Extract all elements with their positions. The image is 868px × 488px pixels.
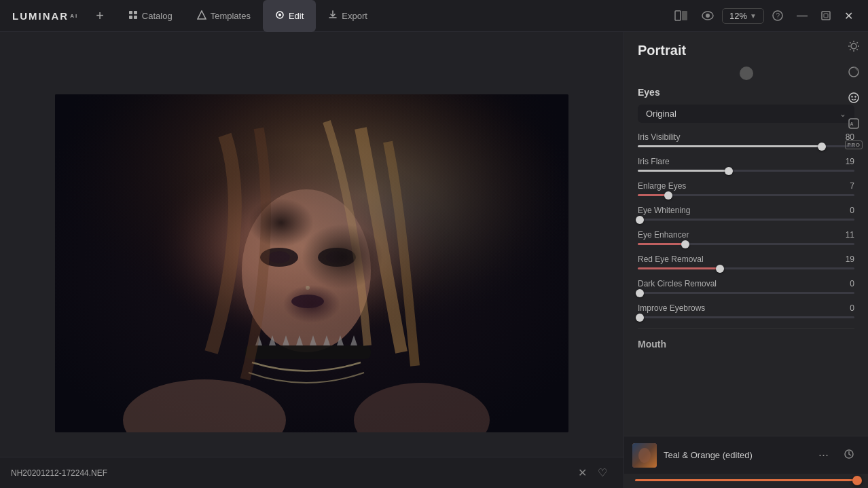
preset-strip: Teal & Orange (edited) ··· [624,436,868,474]
help-button[interactable]: ? [767,7,789,24]
tab-catalog[interactable]: Catalog [116,0,185,32]
slider-thumb-6[interactable] [636,289,644,297]
edit-label: Edit [289,11,304,21]
slider-row-3: Eye Whitening0 [638,206,854,221]
tab-export[interactable]: Export [316,0,380,32]
palette-icon-button[interactable] [845,63,863,81]
templates-icon [197,10,206,22]
slider-thumb-7[interactable] [636,314,644,322]
svg-line-44 [856,49,857,50]
svg-marker-27 [255,335,262,345]
svg-marker-32 [323,335,330,345]
mouth-section-label: Mouth [638,339,666,350]
svg-rect-1 [134,11,137,14]
slider-track-3[interactable] [638,219,854,221]
face-icon-button[interactable] [845,89,863,107]
pro-badge: PRO [845,140,863,149]
slider-track-7[interactable] [638,316,854,318]
maximize-button[interactable] [816,8,836,23]
svg-marker-30 [296,335,303,345]
slider-fill-1 [638,170,729,172]
topbar-right: 12% ▼ ? — ✕ [669,7,858,25]
slider-track-6[interactable] [638,292,854,294]
compare-button[interactable] [669,7,693,24]
svg-point-48 [849,93,858,102]
svg-line-43 [850,42,850,43]
ai-icon-button[interactable]: A [845,115,863,132]
slider-value-2: 7 [838,181,854,191]
canvas-bottom: NH20201212-172244.NEF ✕ ♡ [0,457,623,488]
app-logo: LUMINARAI [12,10,78,22]
slider-name-6: Dark Circles Removal [638,279,717,288]
slider-track-0[interactable] [638,145,854,147]
slider-value-4: 11 [838,230,854,240]
close-file-button[interactable]: ✕ [573,464,592,482]
slider-thumb-5[interactable] [716,265,724,273]
topbar: LUMINARAI + Catalog Templates [0,0,868,32]
svg-rect-15 [55,94,568,432]
zoom-chevron-icon: ▼ [750,12,757,20]
slider-name-2: Enlarge Eyes [638,181,686,191]
svg-text:A: A [850,121,854,126]
photo-container [55,94,568,432]
preset-slider-fill [635,479,857,481]
slider-thumb-0[interactable] [818,143,826,151]
svg-marker-29 [283,335,289,345]
slider-fill-5 [638,267,720,269]
svg-point-35 [123,379,286,432]
svg-point-49 [851,96,852,97]
zoom-control[interactable]: 12% ▼ [722,8,764,24]
slider-thumb-1[interactable] [725,167,733,175]
minimize-button[interactable]: — [791,7,813,24]
history-icon-button[interactable] [838,446,860,465]
slider-name-7: Improve Eyebrows [638,303,705,313]
preset-slider-track[interactable] [635,479,857,481]
svg-point-19 [242,189,371,352]
slider-track-1[interactable] [638,170,854,172]
panel-top-icons: A PRO [839,32,868,149]
svg-rect-3 [134,16,137,19]
preset-more-button[interactable]: ··· [816,445,831,465]
svg-marker-33 [337,335,344,345]
slider-fill-4 [638,243,685,245]
panel-content[interactable]: Eyes Original ⌄ Iris Visibility80Iris Fl… [624,67,868,436]
close-button[interactable]: ✕ [839,7,858,25]
app-name: LUMINAR [12,10,69,22]
preset-thumbnail [632,443,657,468]
favorite-button[interactable]: ♡ [592,464,613,482]
slider-name-1: Iris Flare [638,157,670,166]
slider-thumb-2[interactable] [664,191,672,200]
slider-name-0: Iris Visibility [638,132,680,142]
svg-marker-34 [350,335,357,345]
svg-rect-7 [675,11,681,20]
svg-point-24 [291,295,324,308]
slider-row-6: Dark Circles Removal0 [638,279,854,294]
add-button[interactable]: + [92,8,108,24]
slider-thumb-4[interactable] [681,240,689,248]
section-toggle-button[interactable] [740,67,753,80]
slider-track-4[interactable] [638,243,854,245]
svg-point-10 [706,14,710,18]
slider-track-5[interactable] [638,267,854,269]
portrait-header: Portrait [624,32,868,67]
slider-thumb-3[interactable] [636,216,644,224]
slider-track-2[interactable] [638,194,854,196]
tab-templates[interactable]: Templates [185,0,263,32]
tab-edit[interactable]: Edit [263,0,316,32]
slider-row-1: Iris Flare19 [638,157,854,172]
slider-name-4: Eye Enhancer [638,230,689,240]
iris-dropdown[interactable]: Original ⌄ [638,105,854,123]
mouth-section: Mouth [638,328,854,356]
slider-value-6: 0 [838,279,854,288]
svg-rect-0 [129,11,132,14]
preset-slider-thumb[interactable] [852,476,862,485]
svg-rect-37 [55,94,568,432]
svg-point-36 [354,383,490,432]
preset-info: Teal & Orange (edited) [664,450,809,460]
slider-row-5: Red Eye Removal19 [638,255,854,269]
templates-label: Templates [211,11,251,21]
preview-button[interactable] [696,8,719,23]
slider-row-0: Iris Visibility80 [638,132,854,147]
sun-icon-button[interactable] [845,37,863,55]
svg-marker-4 [198,11,206,19]
